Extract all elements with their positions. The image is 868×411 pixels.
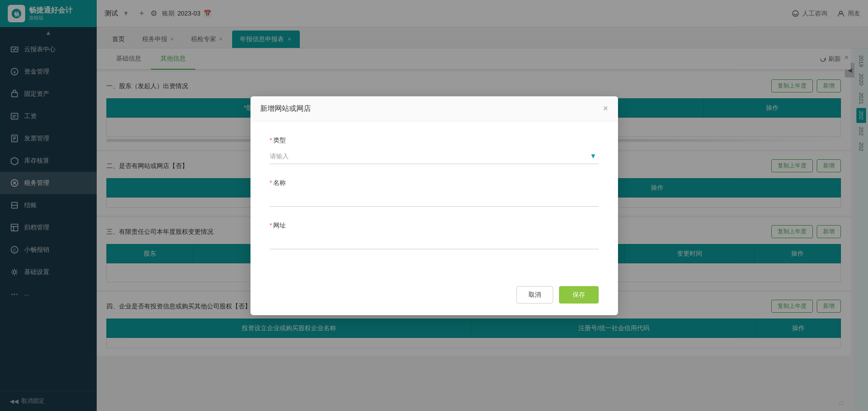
name-label-text: 名称 (273, 179, 286, 187)
add-website-dialog: 新增网站或网店 × * 类型 请输入 ▼ * (250, 96, 618, 315)
url-input[interactable] (270, 234, 599, 249)
form-row-name: * 名称 (270, 179, 599, 207)
form-row-type: * 类型 请输入 ▼ (270, 136, 599, 164)
name-input[interactable] (270, 191, 599, 207)
dialog-close-btn[interactable]: × (603, 104, 608, 113)
url-label-text: 网址 (273, 221, 286, 230)
dialog-overlay: 新增网站或网店 × * 类型 请输入 ▼ * (0, 0, 868, 411)
dialog-title: 新增网站或网店 (260, 104, 311, 113)
type-label: * 类型 (270, 136, 599, 145)
dialog-header: 新增网站或网店 × (250, 96, 618, 122)
cancel-button[interactable]: 取消 (516, 286, 553, 304)
name-required-star: * (270, 179, 272, 186)
type-select-wrapper: 请输入 ▼ (270, 149, 599, 164)
save-button[interactable]: 保存 (559, 286, 599, 304)
form-row-url: * 网址 (270, 221, 599, 249)
type-label-text: 类型 (273, 136, 286, 145)
url-required-star: * (270, 222, 272, 229)
dialog-footer: 取消 保存 (250, 278, 618, 315)
type-required-star: * (270, 137, 272, 144)
name-label: * 名称 (270, 179, 599, 187)
type-select[interactable]: 请输入 (270, 149, 599, 164)
url-label: * 网址 (270, 221, 599, 230)
dialog-body: * 类型 请输入 ▼ * 名称 (250, 122, 618, 278)
